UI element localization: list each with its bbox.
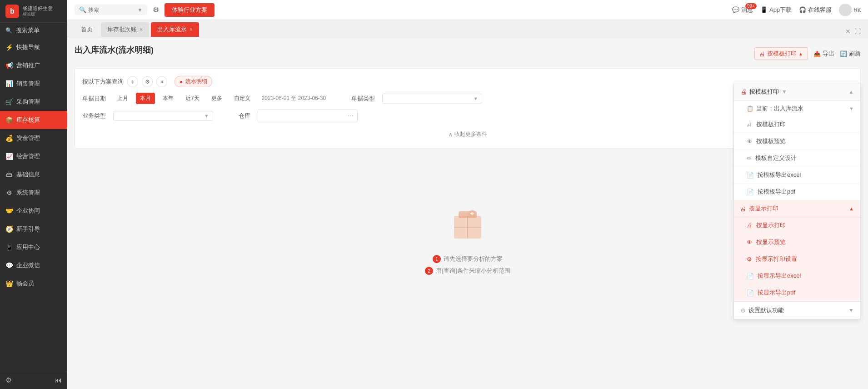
biz-type-label: 业务类型 bbox=[82, 112, 106, 120]
dp-item-template-preview[interactable]: 👁 按模板预览 bbox=[734, 133, 860, 150]
dp-template-print-icon: 🖨 bbox=[747, 121, 753, 128]
quick-nav-label: 快捷导航 bbox=[16, 43, 40, 51]
sidebar-item-basic[interactable]: 🗃 基础信息 bbox=[0, 165, 67, 184]
doc-type-select[interactable]: ▼ bbox=[382, 94, 482, 104]
date-more-btn[interactable]: 更多 bbox=[207, 93, 226, 104]
date-custom-btn[interactable]: 自定义 bbox=[230, 93, 254, 104]
industry-btn[interactable]: 体验行业方案 bbox=[165, 3, 215, 17]
member-icon: 👑 bbox=[5, 280, 13, 287]
service-item[interactable]: 🎧 在线客服 bbox=[799, 6, 832, 14]
date-range: 2023-06-01 至 2023-06-30 bbox=[262, 95, 326, 102]
dp-item-template-print[interactable]: 🖨 按模板打印 bbox=[734, 116, 860, 133]
export-btn[interactable]: 📤 导出 bbox=[813, 50, 834, 58]
expand-icon[interactable]: ⛶ bbox=[854, 28, 861, 35]
date-label: 单据日期 bbox=[82, 95, 106, 103]
sidebar-item-wechat[interactable]: 💬 企业微信 bbox=[0, 256, 67, 274]
tab-home-label: 首页 bbox=[81, 25, 93, 34]
filter-actions: 按以下方案查询 + ⚙ « bbox=[82, 76, 167, 87]
sidebar-item-system[interactable]: ⚙ 系统管理 bbox=[0, 184, 67, 202]
topbar-search-box[interactable]: 🔍 ▼ bbox=[75, 5, 147, 15]
filter-add-btn[interactable]: + bbox=[127, 76, 138, 87]
print-icon: 🖨 bbox=[759, 50, 765, 57]
dp-footer-chevron: ▼ bbox=[848, 307, 854, 314]
guide-icon: 🧭 bbox=[5, 225, 13, 233]
filter-config-btn[interactable]: ⚙ bbox=[142, 76, 153, 87]
marketing-label: 营销推广 bbox=[16, 61, 40, 70]
dp-display-print-label: 按显示打印 bbox=[756, 221, 786, 229]
basic-label: 基础信息 bbox=[16, 170, 40, 179]
dp-item-display-print[interactable]: 🖨 按显示打印 bbox=[734, 217, 860, 234]
sidebar-item-member[interactable]: 👑 畅会员 bbox=[0, 274, 67, 293]
sidebar-item-operation[interactable]: 📈 经营管理 bbox=[0, 147, 67, 165]
message-item[interactable]: 💬 消息 99+ bbox=[732, 6, 753, 14]
member-label: 畅会员 bbox=[16, 279, 34, 288]
app-download-item[interactable]: 📱 App下载 bbox=[760, 6, 792, 14]
dp-display-preview-icon: 👁 bbox=[747, 239, 753, 246]
tab-flowwater[interactable]: 出入库流水 × bbox=[151, 22, 199, 37]
dp-footer-title: ⚙ 设置默认功能 bbox=[740, 306, 784, 314]
dp-item-template-custom[interactable]: ✏ 模板自定义设计 bbox=[734, 150, 860, 167]
dp-template-preview-icon: 👁 bbox=[747, 138, 753, 145]
dp-item-template-excel[interactable]: 📄 按模板导出excel bbox=[734, 167, 860, 184]
dp-item-display-preview[interactable]: 👁 按显示预览 bbox=[734, 234, 860, 251]
empty-step-2: 2 用[查询]条件来缩小分析范围 bbox=[425, 267, 510, 275]
tab-batch-close[interactable]: × bbox=[140, 26, 143, 33]
dp-collapse-icon[interactable]: ▲ bbox=[848, 89, 854, 95]
sidebar-item-apps[interactable]: 📱 应用中心 bbox=[0, 238, 67, 256]
message-badge: 99+ bbox=[745, 3, 757, 9]
step1-num: 1 bbox=[433, 255, 441, 263]
filter-tag-flowwater[interactable]: ● 流水明细 bbox=[175, 76, 212, 87]
sidebar-item-marketing[interactable]: 📢 营销推广 bbox=[0, 56, 67, 75]
service-label: 在线客服 bbox=[808, 6, 832, 14]
user-item[interactable]: Rit bbox=[839, 4, 861, 16]
dp-display-section-label: 按显示打印 bbox=[749, 204, 778, 213]
sidebar-item-quick-nav[interactable]: ⚡ 快捷导航 bbox=[0, 38, 67, 56]
sidebar-footer: ⚙ ⏮ bbox=[0, 371, 67, 389]
sidebar-item-collab[interactable]: 🤝 企业协同 bbox=[0, 202, 67, 220]
date-year-btn[interactable]: 本年 bbox=[159, 93, 178, 104]
sidebar-item-purchase[interactable]: 🛒 采购管理 bbox=[0, 93, 67, 111]
filter-collapse-btn[interactable]: « bbox=[156, 76, 167, 87]
sidebar-item-finance[interactable]: 💰 资金管理 bbox=[0, 129, 67, 147]
close-all-icon[interactable]: ✕ bbox=[845, 28, 851, 35]
doc-type-chevron: ▼ bbox=[473, 96, 478, 101]
print-template-btn[interactable]: 🖨 按模板打印 ▲ bbox=[754, 47, 808, 60]
warehouse-select[interactable]: ··· bbox=[258, 110, 358, 122]
settings-icon[interactable]: ⚙ bbox=[5, 376, 12, 384]
dp-current-label: 当前：出入库流水 bbox=[756, 105, 803, 113]
sidebar-search[interactable]: 🔍 搜索菜单 bbox=[0, 23, 67, 38]
dp-item-display-pdf[interactable]: 📄 按显示导出pdf bbox=[734, 284, 860, 301]
date-cur-btn[interactable]: 本月 bbox=[136, 93, 155, 104]
service-icon: 🎧 bbox=[799, 6, 806, 13]
date-week-btn[interactable]: 近7天 bbox=[181, 93, 204, 104]
empty-illustration bbox=[445, 202, 490, 248]
doc-type-label: 单据类型 bbox=[351, 95, 375, 103]
topbar-search-input[interactable] bbox=[88, 7, 137, 13]
message-icon: 💬 bbox=[732, 6, 739, 13]
collapse-chevron-icon: ∧ bbox=[449, 131, 453, 138]
topbar: 🔍 ▼ ⚙ 体验行业方案 💬 消息 99+ 📱 App下载 🎧 在线客服 bbox=[67, 0, 868, 20]
dp-item-template-pdf[interactable]: 📄 按模板导出pdf bbox=[734, 184, 860, 200]
topbar-gear-icon[interactable]: ⚙ bbox=[153, 5, 159, 14]
warehouse-more-icon[interactable]: ··· bbox=[348, 112, 354, 120]
tab-flowwater-label: 出入库流水 bbox=[157, 25, 187, 34]
sidebar-item-sales[interactable]: 📊 销售管理 bbox=[0, 75, 67, 93]
biz-type-select[interactable]: ▼ bbox=[113, 111, 213, 121]
dp-footer[interactable]: ⚙ 设置默认功能 ▼ bbox=[734, 301, 860, 319]
topbar-search-chevron: ▼ bbox=[137, 7, 143, 13]
tab-batch[interactable]: 库存批次账 × bbox=[101, 22, 149, 37]
sidebar-item-inventory[interactable]: 📦 库存核算 bbox=[0, 111, 67, 129]
step2-num: 2 bbox=[425, 267, 433, 275]
tab-expand-area: ✕ ⛶ bbox=[845, 28, 861, 37]
sidebar-item-guide[interactable]: 🧭 新手引导 bbox=[0, 220, 67, 238]
filter-title: 按以下方案查询 bbox=[82, 78, 124, 86]
tab-home[interactable]: 首页 bbox=[75, 22, 99, 37]
tab-flowwater-close[interactable]: × bbox=[190, 26, 193, 33]
dp-section-display[interactable]: 🖨 按显示打印 ▲ bbox=[734, 200, 860, 217]
date-prev-btn[interactable]: 上月 bbox=[113, 93, 132, 104]
collapse-sidebar-icon[interactable]: ⏮ bbox=[55, 376, 62, 384]
refresh-btn[interactable]: 🔄 刷新 bbox=[840, 50, 861, 58]
dp-item-display-settings[interactable]: ⚙ 按显示打印设置 bbox=[734, 251, 860, 268]
empty-step-1: 1 请先选择要分析的方案 bbox=[433, 255, 503, 263]
dp-item-display-excel[interactable]: 📄 按显示导出excel bbox=[734, 268, 860, 284]
